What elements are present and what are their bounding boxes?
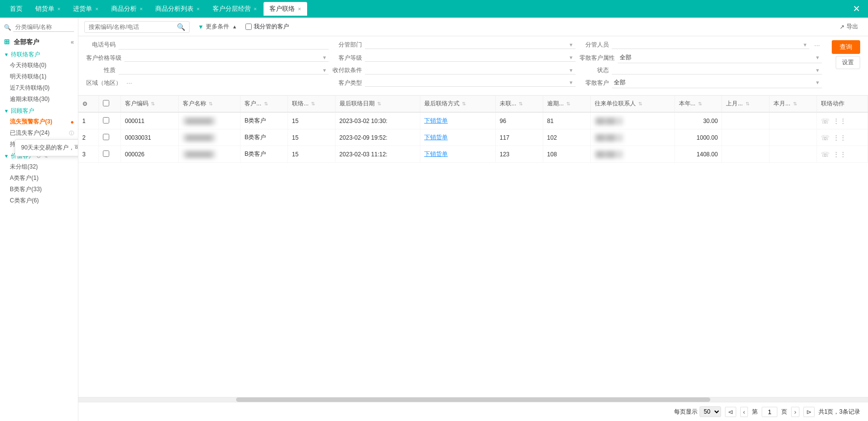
sparse-cust-select[interactable]: 全部 ▼ (612, 77, 822, 88)
tab-customer-contact[interactable]: 客户联络 × (264, 2, 307, 16)
action-call-icon[interactable]: ☏ (821, 117, 830, 125)
tab-analysis-list-close[interactable]: × (196, 6, 199, 12)
col-custtype-header[interactable]: 客户... ⇅ (241, 96, 288, 112)
lost-warning-label: 流失预警客户(3) (10, 118, 52, 126)
sidebar-search-input[interactable] (13, 23, 74, 32)
sidebar-item-today-pending[interactable]: 今天待联络(0) (0, 60, 78, 71)
payment-select[interactable]: ▼ (365, 67, 575, 74)
last-page-btn[interactable]: ⊳ (803, 407, 815, 417)
col-checkbox-header[interactable] (98, 96, 121, 112)
next-page-btn[interactable]: › (791, 407, 799, 417)
manager-dots[interactable]: ··· (812, 41, 822, 49)
table-wrapper: ⚙ 客户编码 ⇅ 客户名称 ⇅ 客户... ⇅ (78, 96, 868, 397)
col-name-header[interactable]: 客户名称 ⇅ (178, 96, 240, 112)
settings-button[interactable]: 设置 (836, 56, 860, 69)
cell-last-method[interactable]: 下销货单 (420, 129, 496, 146)
col-lastdate-header[interactable]: 最后联络日期 ⇅ (335, 96, 420, 112)
per-page-select[interactable]: 50 (699, 406, 721, 417)
action-more-icon[interactable]: ⋮⋮ (833, 150, 846, 158)
page-input[interactable] (762, 407, 777, 417)
sidebar-item-already-lost[interactable]: 已流失客户(24) ⓘ (0, 127, 78, 139)
sidebar-item-ungrouped[interactable]: 未分组(32) (0, 161, 78, 173)
col-lastmonth-header[interactable]: 上月... ⇅ (722, 96, 770, 112)
cell-checkbox[interactable] (98, 146, 121, 163)
col-thismonth-header[interactable]: 本月... ⇅ (770, 96, 817, 112)
sidebar-collapse-btn[interactable]: « (71, 39, 74, 46)
col-thisyear-header[interactable]: 本年... ⇅ (675, 96, 722, 112)
more-conditions-btn[interactable]: ▼ 更多条件 ▲ (193, 21, 241, 33)
tab-customer-contact-close[interactable]: × (298, 6, 301, 12)
tab-customer-segment[interactable]: 客户分层经营 × (207, 2, 263, 16)
price-level-select[interactable]: ▼ (124, 54, 329, 62)
all-customers-header[interactable]: ⊞ 全部客户 « (0, 36, 78, 49)
status-select[interactable]: ▼ (612, 67, 822, 74)
tab-sales-close[interactable]: × (57, 6, 60, 12)
row-checkbox[interactable] (103, 150, 109, 157)
col-settings-header[interactable]: ⚙ (78, 96, 98, 112)
sidebar-item-tomorrow-pending[interactable]: 明天待联络(1) (0, 71, 78, 82)
sparse-cust-value: 全部 (614, 78, 626, 87)
tab-analysis[interactable]: 商品分析 × (105, 2, 148, 16)
cell-overdue: 102 (543, 129, 590, 146)
cell-actions: ☏ ⋮⋮ (817, 129, 868, 146)
action-call-icon[interactable]: ☏ (821, 134, 830, 142)
cell-last-method[interactable]: 下销货单 (420, 112, 496, 129)
sidebar-item-c-class[interactable]: C类客户(6) (0, 195, 78, 206)
my-customers-checkbox-label[interactable]: 我分管的客户 (245, 23, 289, 31)
col-code-header[interactable]: 客户编码 ⇅ (121, 96, 178, 112)
prev-page-btn[interactable]: ‹ (740, 407, 748, 417)
search-input[interactable] (89, 24, 177, 30)
manager-select[interactable]: ▼ (612, 41, 810, 49)
cell-actions: ☏ ⋮⋮ (817, 146, 868, 163)
tab-purchase-close[interactable]: × (95, 6, 98, 12)
phone-input[interactable] (119, 40, 329, 50)
column-settings-icon[interactable]: ⚙ (82, 100, 88, 107)
sidebar-item-7day-pending[interactable]: 近7天待联络(0) (0, 82, 78, 94)
cell-last-method[interactable]: 下销货单 (420, 146, 496, 163)
query-button[interactable]: 查询 (832, 40, 860, 54)
tab-home[interactable]: 首页 (4, 2, 28, 16)
sidebar-item-overdue-pending[interactable]: 逾期未联络(30) (0, 94, 78, 105)
tab-purchase[interactable]: 进货单 × (67, 2, 104, 16)
dept-select[interactable]: ▼ (365, 41, 575, 49)
col-lastmethod-header[interactable]: 最后联络方式 ⇅ (420, 96, 496, 112)
scroll-thumb[interactable] (236, 397, 710, 402)
first-page-btn[interactable]: ⊲ (725, 407, 736, 417)
cell-this-month (770, 146, 817, 163)
tab-analysis-list[interactable]: 商品分析列表 × (149, 2, 205, 16)
tab-customer-segment-close[interactable]: × (254, 6, 257, 12)
sidebar-item-b-class[interactable]: B类客户(33) (0, 184, 78, 195)
row-checkbox[interactable] (103, 117, 109, 124)
col-contact-header[interactable]: 联络... ⇅ (288, 96, 336, 112)
sidebar-item-lost-warning[interactable]: 流失预警客户(3) ● (0, 116, 78, 127)
cust-type-select[interactable]: ▼ (365, 79, 575, 87)
col-unlink-header[interactable]: 未联... ⇅ (495, 96, 543, 112)
nature-select[interactable]: ▼ (119, 67, 329, 74)
horizontal-scrollbar[interactable] (78, 397, 868, 402)
tab-sales[interactable]: 销货单 × (29, 2, 66, 16)
search-button[interactable]: 🔍 (177, 23, 185, 31)
my-customers-checkbox[interactable] (245, 24, 252, 30)
sparse-attr-select[interactable]: 全部 ▼ (618, 52, 822, 63)
action-more-icon[interactable]: ⋮⋮ (833, 117, 846, 125)
window-close-button[interactable]: ✕ (849, 3, 864, 14)
col-overdue-header[interactable]: 逾期... ⇅ (543, 96, 590, 112)
tab-analysis-close[interactable]: × (140, 6, 143, 12)
sidebar-section-pending[interactable]: ▼ 待联络客户 (0, 49, 78, 60)
tab-purchase-label: 进货单 (73, 4, 92, 13)
cell-checkbox[interactable] (98, 129, 121, 146)
row-checkbox[interactable] (103, 134, 109, 140)
my-customers-label: 我分管的客户 (254, 23, 289, 31)
col-unitcontact-header[interactable]: 往来单位联系人 ⇅ (590, 96, 675, 112)
cell-seq: 2 (78, 129, 98, 146)
cell-checkbox[interactable] (98, 112, 121, 129)
sidebar-section-lost[interactable]: ▼ 回顾客户 (0, 105, 78, 116)
select-all-checkbox[interactable] (103, 100, 109, 106)
export-button[interactable]: ↗ 导出 (836, 21, 862, 32)
sidebar-item-a-class[interactable]: A类客户(1) (0, 173, 78, 184)
action-call-icon[interactable]: ☏ (821, 150, 830, 158)
action-more-icon[interactable]: ⋮⋮ (833, 134, 846, 142)
cell-name: ██████ (178, 146, 240, 163)
region-dots[interactable]: ··· (124, 79, 134, 87)
cust-level-select[interactable]: ▼ (365, 54, 575, 62)
